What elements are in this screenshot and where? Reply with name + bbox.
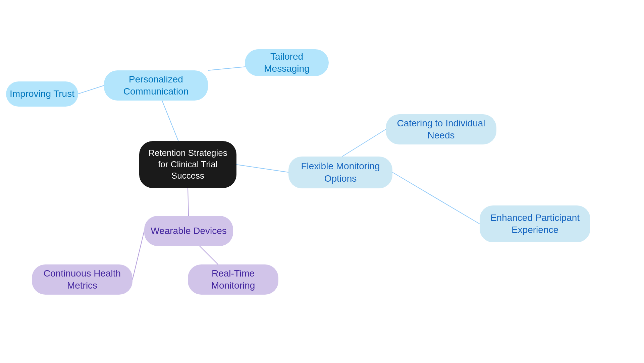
svg-line-1 [78,85,104,94]
svg-line-7 [132,231,144,280]
wearable-devices-label: Wearable Devices [147,225,230,237]
personalized-communication-label: Personalized Communication [104,73,208,98]
tailored-messaging-label: Tailored Messaging [245,51,329,75]
improving-trust-label: Improving Trust [6,88,78,100]
personalized-communication-node: Personalized Communication [104,70,208,101]
svg-line-5 [392,172,480,224]
realtime-monitoring-node: Real-Time Monitoring [188,264,278,295]
svg-line-6 [188,188,189,216]
enhanced-participant-label: Enhanced Participant Experience [480,212,590,236]
svg-line-4 [342,129,386,157]
flexible-monitoring-label: Flexible Monitoring Options [288,160,392,185]
wearable-devices-node: Wearable Devices [144,216,233,246]
improving-trust-node: Improving Trust [6,81,78,107]
realtime-monitoring-label: Real-Time Monitoring [188,267,278,292]
center-node: Retention Strategies for Clinical Trial … [139,141,236,188]
continuous-health-label: Continuous Health Metrics [32,267,132,292]
continuous-health-node: Continuous Health Metrics [32,264,132,295]
center-label: Retention Strategies for Clinical Trial … [139,147,236,181]
catering-individual-label: Catering to Individual Needs [386,117,496,142]
enhanced-participant-node: Enhanced Participant Experience [480,205,590,242]
svg-line-3 [236,165,288,172]
catering-individual-node: Catering to Individual Needs [386,114,496,144]
flexible-monitoring-node: Flexible Monitoring Options [288,157,392,188]
tailored-messaging-node: Tailored Messaging [245,49,329,76]
